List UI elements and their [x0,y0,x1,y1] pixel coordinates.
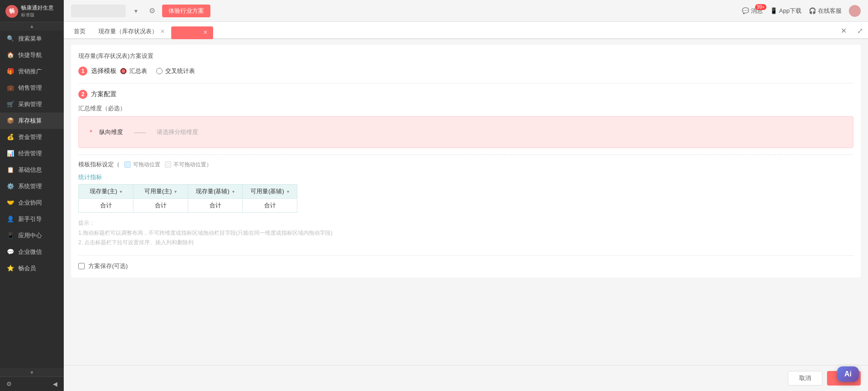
tip-2: 2. 点击标题栏下拉可设置排序、插入列和删除列 [78,238,853,248]
sidebar-scroll-down[interactable]: ▼ [0,368,64,376]
save-option: 方案保存(可选) [78,262,853,270]
required-asterisk: * [90,129,92,136]
user-menu[interactable] [849,5,861,17]
topbar-left: ▾ ⚙ 体验行业方案 [71,5,737,17]
dropdown-button[interactable]: ▾ [129,5,142,17]
purchase-icon: 🛒 [6,100,15,108]
sidebar-item-finance[interactable]: 💰 资金管理 [0,129,64,145]
newbie-icon: 👤 [6,215,15,223]
step1-title: 选择模板 [91,67,117,75]
tab-inventory-status[interactable]: 现存量（库存状况表） ✕ [92,25,171,39]
sidebar-item-shortcut[interactable]: 🏠 快捷导航 [0,47,64,63]
dimension-required-area: * 纵向维度 —— 请选择分组维度 [78,116,853,148]
tab-new-schema[interactable]: 新建方案 ✕ [171,26,213,39]
tab-close-new-schema[interactable]: ✕ [203,29,208,36]
col-dropdown-3[interactable]: ▾ [287,189,289,194]
finance-icon: 💰 [6,133,15,141]
radio-summary-input[interactable] [120,68,127,74]
sidebar-item-inventory[interactable]: 📦 库存核算 [0,113,64,129]
experience-button[interactable]: 体验行业方案 [162,5,210,17]
divider-2 [78,255,853,256]
main-area: ▾ ⚙ 体验行业方案 💬 消息 99+ 📱 App下载 🎧 在线客服 [64,0,868,391]
sidebar-item-purchase[interactable]: 🛒 采购管理 [0,96,64,113]
save-checkbox[interactable] [78,263,85,269]
sidebar-scroll-up[interactable]: ▲ [0,22,64,31]
gear-button[interactable]: ⚙ [146,5,158,17]
col-cell-1: 合计 [133,199,188,213]
sidebar-item-contract[interactable]: 🤝 企业协同 [0,195,64,211]
radio-summary[interactable]: 汇总表 [120,67,147,75]
legend-fixed: 不可拖动位置） [165,161,212,169]
sidebar: 畅 畅康通好生意 标准版 ▲ 🔍 搜索菜单 🏠 快捷导航 🎁 营销推广 💼 销售… [0,0,64,391]
radio-cross[interactable]: 交叉统计表 [156,67,195,75]
sidebar-item-base[interactable]: 📋 基础信息 [0,162,64,178]
col-dropdown-0[interactable]: ▾ [120,189,122,194]
col-header-1[interactable]: 可用量(主) ▾ [133,185,188,199]
avatar [849,5,861,17]
sidebar-item-sales[interactable]: 💼 销售管理 [0,80,64,96]
step2-header: 2 方案配置 [78,90,853,99]
system-icon: ⚙️ [6,182,15,190]
gift-icon: 🎁 [6,67,15,76]
app-download-button[interactable]: 📱 App下载 [770,7,802,15]
template-radio-group: 汇总表 交叉统计表 [120,67,195,75]
tabbar-wrap: 首页 现存量（库存状况表） ✕ 新建方案 ✕ ✕ ⤢ [64,22,868,39]
ai-fab-button[interactable]: Ai [837,366,859,382]
template-indicator-section: 模板指标设定（ 可拖动位置 不可拖动位置） [78,154,853,248]
window-controls: ✕ ⤢ [835,22,868,39]
topbar-right: 💬 消息 99+ 📱 App下载 🎧 在线客服 [742,5,861,17]
step2-num: 2 [78,90,87,99]
col-header-3[interactable]: 可用量(基辅) ▾ [243,185,297,199]
online-service-button[interactable]: 🎧 在线客服 [809,7,842,15]
sidebar-item-newbie[interactable]: 👤 新手引导 [0,211,64,227]
message-icon: 💬 [742,7,749,14]
settings-footer-icon[interactable]: ⚙ [6,381,12,387]
headset-icon: 🎧 [809,7,816,14]
search-input[interactable] [71,5,126,17]
operation-icon: 📊 [6,149,15,158]
sidebar-item-system[interactable]: ⚙️ 系统管理 [0,178,64,195]
home-icon: 🏠 [6,51,15,59]
sales-icon: 💼 [6,84,15,92]
tips-section: 提示： 1.拖动标题栏可以调整布局，不可跨维度或指标区域拖动栏目字段(只能在同一… [78,218,853,248]
window-close-button[interactable]: ✕ [835,22,852,39]
sidebar-item-apps[interactable]: 📱 应用中心 [0,227,64,244]
col-dropdown-1[interactable]: ▾ [174,189,177,194]
sidebar-item-member[interactable]: ⭐ 畅会员 [0,260,64,277]
step1-num: 1 [78,67,87,76]
collapse-footer-icon[interactable]: ◀ [53,381,57,387]
tab-home[interactable]: 首页 [67,25,92,39]
sidebar-item-marketing[interactable]: 🎁 营销推广 [0,63,64,80]
sidebar-item-operation[interactable]: 📊 经营管理 [0,145,64,162]
col-cell-0: 合计 [79,199,133,213]
schema-title: 现存量(库存状况表)方案设置 [78,52,853,60]
member-icon: ⭐ [6,264,15,273]
tip-label: 提示： [78,218,853,228]
dim-field-name: 纵向维度 [99,128,123,136]
tab-close-inventory[interactable]: ✕ [160,28,165,35]
step1-block: 1 选择模板 汇总表 交叉统计表 [78,67,853,76]
logo-text: 畅康通好生意 标准版 [21,5,54,18]
schema-settings-panel: 现存量(库存状况表)方案设置 1 选择模板 汇总表 交叉统计表 [71,45,861,278]
fixed-legend-box [165,161,171,168]
page-body: 现存量(库存状况表)方案设置 1 选择模板 汇总表 交叉统计表 [64,39,868,365]
search-nav-icon: 🔍 [6,35,15,43]
cancel-button[interactable]: 取消 [788,371,822,386]
wechat-icon: 💬 [6,248,15,256]
step2-content: 汇总维度（必选） * 纵向维度 —— 请选择分组维度 模板指标设定（ [78,104,853,248]
col-header-0[interactable]: 现存量(主) ▾ [79,185,133,199]
radio-cross-input[interactable] [156,68,163,74]
col-dropdown-2[interactable]: ▾ [232,189,235,194]
window-expand-button[interactable]: ⤢ [852,22,868,39]
messages-button[interactable]: 💬 消息 99+ [742,7,763,15]
step2-block: 2 方案配置 汇总维度（必选） * 纵向维度 —— 请选择分组维度 [78,90,853,248]
sidebar-item-wechat[interactable]: 💬 企业微信 [0,244,64,260]
sidebar-item-search[interactable]: 🔍 搜索菜单 [0,31,64,47]
stats-section: 统计指标 现存量(主) ▾ [78,173,853,213]
sidebar-nav: 🔍 搜索菜单 🏠 快捷导航 🎁 营销推广 💼 销售管理 🛒 采购管理 📦 库存核… [0,31,64,368]
phone-icon: 📱 [770,7,777,14]
col-header-2[interactable]: 现存量(基辅) ▾ [188,185,243,199]
footer-buttons: 取消 查询 [64,365,868,391]
dim-placeholder[interactable]: 请选择分组维度 [157,128,198,136]
dim-dash: —— [134,129,146,136]
